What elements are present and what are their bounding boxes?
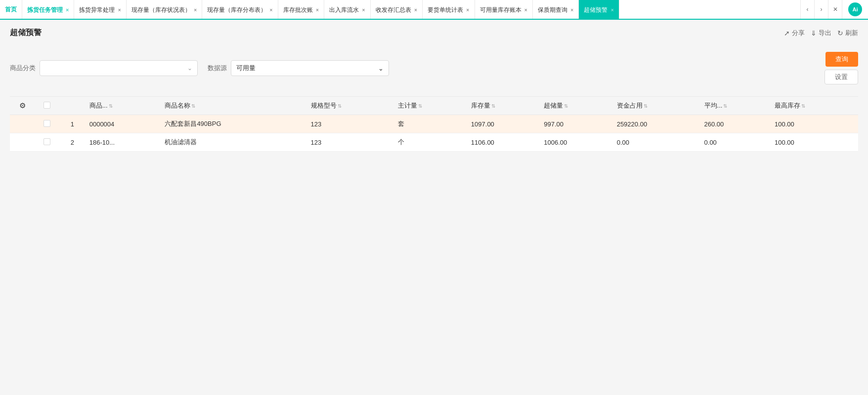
cell-overstock: 997.00 xyxy=(540,115,612,133)
cell-row_num: 2 xyxy=(59,133,86,152)
datasource-label: 数据源 xyxy=(208,64,227,73)
filter-and-btn: 商品分类 ⌄ 数据源 可用量 ⌄ 查询 设置 xyxy=(10,52,858,84)
nav-arrow-close[interactable]: ✕ xyxy=(828,0,842,19)
header-actions: ➚ 分享 ⇓ 导出 ↻ 刷新 xyxy=(784,29,858,38)
sort-icon-avg: ⇅ xyxy=(723,103,727,109)
col-header-product_name[interactable]: 商品名称⇅ xyxy=(161,97,306,115)
nav-tab-9[interactable]: 保质期查询× xyxy=(533,0,579,19)
col-header-stock[interactable]: 库存量⇅ xyxy=(467,97,540,115)
gear-icon[interactable]: ⚙ xyxy=(19,101,26,110)
col-label-product_name: 商品名称 xyxy=(165,102,190,109)
nav-tab-label-9: 保质期查询 xyxy=(538,6,567,14)
nav-tab-5[interactable]: 出入库流水× xyxy=(324,0,370,19)
col-header-product_code[interactable]: 商品...⇅ xyxy=(86,97,161,115)
col-header-spec[interactable]: 规格型号⇅ xyxy=(307,97,394,115)
cell-stock: 1097.00 xyxy=(467,115,540,133)
datasource-filter: 数据源 可用量 ⌄ xyxy=(208,60,389,76)
nav-tab-label-1: 拣货异常处理 xyxy=(79,6,115,14)
sort-icon-product_name: ⇅ xyxy=(191,103,195,109)
action-buttons: 查询 设置 xyxy=(825,52,858,84)
datasource-select[interactable]: 可用量 ⌄ xyxy=(231,60,389,76)
category-select[interactable]: ⌄ xyxy=(40,60,198,76)
col-header-checkbox xyxy=(35,97,59,115)
query-button[interactable]: 查询 xyxy=(825,52,858,67)
nav-tab-close-2[interactable]: × xyxy=(194,7,197,13)
table-body: 10000004六配套新昌490BPG123套1097.00997.002592… xyxy=(10,115,858,152)
nav-tab-close-7[interactable]: × xyxy=(466,7,469,13)
datasource-select-value: 可用量 xyxy=(236,64,256,73)
share-icon: ➚ xyxy=(784,29,790,37)
row-checkbox-0[interactable] xyxy=(43,120,50,127)
filter-bar: 商品分类 ⌄ 数据源 可用量 ⌄ 查询 设置 xyxy=(10,46,858,90)
cell-capital: 0.00 xyxy=(613,133,700,152)
cell-stock: 1106.00 xyxy=(467,133,540,152)
nav-tab-8[interactable]: 可用量库存账本× xyxy=(475,0,533,19)
export-button[interactable]: ⇓ 导出 xyxy=(811,29,831,38)
datasource-chevron-icon: ⌄ xyxy=(378,65,384,72)
cell-product_code: 0000004 xyxy=(86,115,161,133)
col-header-capital[interactable]: 资金占用⇅ xyxy=(613,97,700,115)
table-row: 10000004六配套新昌490BPG123套1097.00997.002592… xyxy=(10,115,858,133)
cell-overstock: 1006.00 xyxy=(540,133,612,152)
export-icon: ⇓ xyxy=(811,29,817,37)
sort-icon-product_code: ⇅ xyxy=(109,103,113,109)
nav-tab-close-10[interactable]: × xyxy=(610,7,613,13)
cell-checkbox xyxy=(35,133,59,152)
sort-icon-spec: ⇅ xyxy=(338,103,342,109)
nav-tab-label-6: 收发存汇总表 xyxy=(376,6,411,14)
nav-tab-3[interactable]: 现存量（库存分布表）× xyxy=(202,0,278,19)
cell-max_stock: 100.00 xyxy=(771,133,858,152)
user-area: Ai xyxy=(842,2,868,16)
nav-tab-label-8: 可用量库存账本 xyxy=(480,6,521,14)
refresh-button[interactable]: ↻ 刷新 xyxy=(837,29,858,38)
col-label-unit: 主计量 xyxy=(398,102,417,109)
nav-tab-4[interactable]: 库存批次账× xyxy=(278,0,324,19)
nav-tab-home[interactable]: 首页 xyxy=(0,0,22,19)
user-avatar[interactable]: Ai xyxy=(848,2,862,16)
nav-tab-7[interactable]: 要货单统计表× xyxy=(423,0,475,19)
nav-tab-0[interactable]: 拣货任务管理× xyxy=(22,0,74,19)
col-header-overstock[interactable]: 超储量⇅ xyxy=(540,97,612,115)
nav-tab-close-3[interactable]: × xyxy=(269,7,272,13)
nav-tab-6[interactable]: 收发存汇总表× xyxy=(371,0,423,19)
col-header-unit[interactable]: 主计量⇅ xyxy=(394,97,467,115)
col-label-overstock: 超储量 xyxy=(544,102,563,109)
cell-product_code: 186-10... xyxy=(86,133,161,152)
nav-tab-close-4[interactable]: × xyxy=(316,7,319,13)
cell-row_num: 1 xyxy=(59,115,86,133)
category-filter: 商品分类 ⌄ xyxy=(10,60,198,76)
sort-icon-stock: ⇅ xyxy=(491,103,495,109)
nav-arrow-right[interactable]: › xyxy=(815,0,828,19)
nav-tab-close-5[interactable]: × xyxy=(362,7,365,13)
row-checkbox-1[interactable] xyxy=(43,138,50,145)
cell-max_stock: 100.00 xyxy=(771,115,858,133)
nav-tab-close-9[interactable]: × xyxy=(570,7,573,13)
col-label-max_stock: 最高库存 xyxy=(775,102,800,109)
col-label-spec: 规格型号 xyxy=(311,102,337,109)
cell-spec: 123 xyxy=(307,115,394,133)
nav-tab-2[interactable]: 现存量（库存状况表）× xyxy=(127,0,202,19)
nav-arrow-left[interactable]: ‹ xyxy=(801,0,815,19)
nav-tab-1[interactable]: 拣货异常处理× xyxy=(74,0,126,19)
cell-unit: 个 xyxy=(394,133,467,152)
cell-avg: 260.00 xyxy=(700,115,771,133)
col-header-avg[interactable]: 平均...⇅ xyxy=(700,97,771,115)
nav-tab-close-1[interactable]: × xyxy=(118,7,121,13)
nav-tab-close-0[interactable]: × xyxy=(66,7,69,13)
page-content: 超储预警 ➚ 分享 ⇓ 导出 ↻ 刷新 商品分类 ⌄ xyxy=(0,20,868,159)
table-header: ⚙商品...⇅商品名称⇅规格型号⇅主计量⇅库存量⇅超储量⇅资金占用⇅平均...⇅… xyxy=(10,97,858,115)
category-label: 商品分类 xyxy=(10,64,36,73)
header-checkbox[interactable] xyxy=(43,102,50,109)
page-header: 超储预警 ➚ 分享 ⇓ 导出 ↻ 刷新 xyxy=(10,28,858,38)
cell-unit: 套 xyxy=(394,115,467,133)
col-header-max_stock[interactable]: 最高库存⇅ xyxy=(771,97,858,115)
nav-tab-close-8[interactable]: × xyxy=(524,7,527,13)
nav-tab-close-6[interactable]: × xyxy=(414,7,417,13)
nav-tab-10[interactable]: 超储预警× xyxy=(579,0,619,19)
table-row: 2186-10...机油滤清器123个1106.001006.000.000.0… xyxy=(10,133,858,152)
cell-gear xyxy=(10,115,35,133)
refresh-icon: ↻ xyxy=(837,29,843,37)
settings-button[interactable]: 设置 xyxy=(825,70,858,84)
nav-tab-label-0: 拣货任务管理 xyxy=(27,6,63,14)
share-button[interactable]: ➚ 分享 xyxy=(784,29,805,38)
